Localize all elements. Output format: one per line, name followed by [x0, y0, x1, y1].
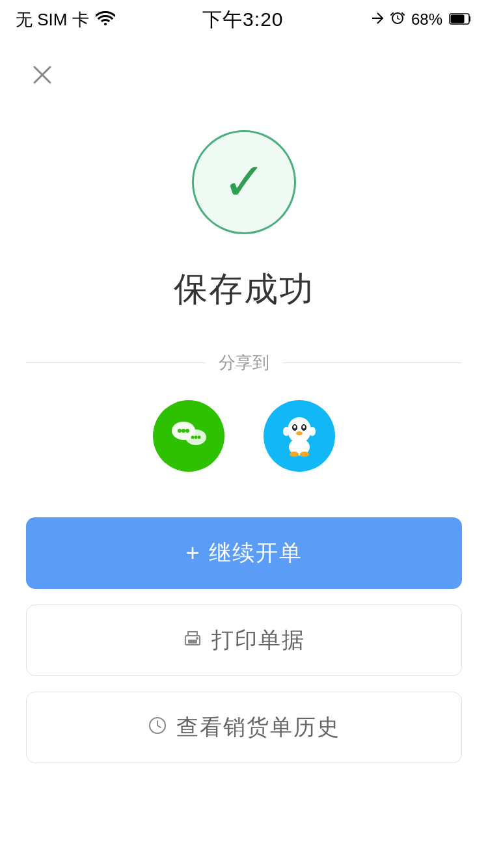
share-label: 分享到: [206, 351, 282, 374]
svg-point-7: [185, 429, 189, 433]
checkmark-icon: ✓: [223, 156, 266, 208]
svg-point-6: [182, 429, 185, 433]
clock-icon: [148, 716, 167, 740]
battery-percent: 68%: [411, 10, 442, 29]
svg-point-16: [296, 431, 303, 435]
close-button-row: [26, 59, 462, 91]
svg-point-14: [293, 426, 296, 429]
wechat-share-button[interactable]: [153, 400, 224, 472]
history-button-label: 查看销货单历史: [176, 712, 340, 742]
svg-point-10: [198, 436, 201, 439]
alarm-icon: [390, 10, 405, 29]
svg-point-24: [196, 637, 198, 640]
print-icon: [183, 629, 202, 653]
svg-rect-23: [188, 640, 197, 644]
svg-point-19: [309, 427, 316, 436]
svg-point-18: [283, 427, 290, 436]
success-circle: ✓: [192, 130, 296, 234]
plus-icon: +: [185, 539, 199, 567]
close-button[interactable]: [26, 59, 59, 91]
continue-button[interactable]: + 继续开单: [26, 517, 462, 589]
print-button-label: 打印单据: [211, 625, 305, 655]
main-content: ✓ 保存成功 分享到: [0, 39, 488, 763]
divider-right: [282, 362, 462, 363]
share-divider: 分享到: [26, 351, 462, 374]
divider-left: [26, 362, 206, 363]
action-buttons: + 继续开单 打印单据 查看销货单历史: [26, 517, 462, 763]
print-button[interactable]: 打印单据: [26, 604, 462, 676]
location-icon: [371, 10, 384, 29]
share-icons-row: [26, 400, 462, 472]
battery-icon: [449, 10, 472, 29]
svg-point-15: [303, 426, 305, 429]
history-button[interactable]: 查看销货单历史: [26, 692, 462, 763]
share-section: 分享到: [26, 351, 462, 472]
qq-icon: [278, 413, 320, 459]
close-icon: [31, 63, 54, 87]
continue-button-label: 继续开单: [209, 538, 303, 568]
status-left: 无 SIM 卡: [16, 8, 115, 31]
wechat-icon: [167, 418, 210, 454]
svg-rect-2: [450, 15, 464, 23]
success-title: 保存成功: [174, 267, 314, 312]
svg-point-5: [178, 429, 182, 433]
wifi-icon: [96, 10, 115, 30]
no-sim-text: 无 SIM 卡: [16, 8, 89, 31]
status-right: 68%: [371, 10, 472, 29]
svg-point-21: [300, 452, 309, 457]
svg-point-20: [290, 452, 299, 457]
status-bar: 无 SIM 卡 下午3:20 68%: [0, 0, 488, 39]
qq-share-button[interactable]: [264, 400, 335, 472]
svg-point-8: [191, 436, 195, 439]
svg-point-9: [195, 436, 198, 439]
status-time: 下午3:20: [202, 7, 283, 33]
